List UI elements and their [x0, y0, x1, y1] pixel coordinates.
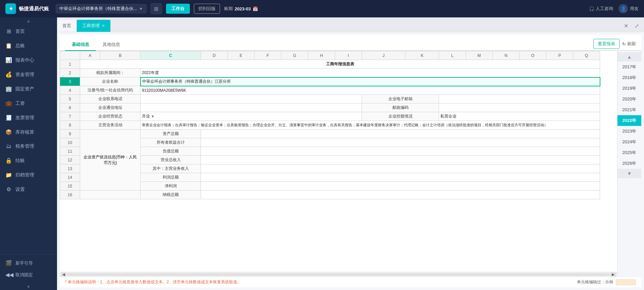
year-item-2020[interactable]: 2020年: [618, 94, 641, 104]
zipcode-value[interactable]: [439, 103, 600, 112]
reset-report-button[interactable]: 重置报表: [593, 39, 620, 49]
equity-value[interactable]: [201, 138, 600, 147]
table-row: 5 企业联系电话 企业电子邮箱: [60, 95, 600, 103]
ownership-value[interactable]: 私营企业: [439, 112, 600, 121]
scroll-track[interactable]: [67, 273, 610, 276]
sidebar-item-close[interactable]: 🔒 结账: [0, 153, 57, 168]
col-H[interactable]: H: [308, 51, 335, 60]
col-G[interactable]: G: [281, 51, 308, 60]
sidebar-item-finance[interactable]: 💰 资金管理: [0, 67, 57, 82]
sidebar-new-guide[interactable]: 🎬 新手引导: [0, 257, 57, 269]
year-item-2021[interactable]: 2021年: [618, 104, 641, 115]
year-item-2017[interactable]: 2017年: [618, 62, 641, 72]
report-icon: 📊: [5, 57, 12, 63]
net-profit-value[interactable]: [201, 182, 600, 191]
col-P[interactable]: P: [546, 51, 573, 60]
support-button[interactable]: 🎧 人工咨询: [589, 6, 613, 12]
sidebar-item-asset[interactable]: 🏢 固定资产: [0, 82, 57, 96]
user-area[interactable]: 👤 用友: [619, 4, 639, 13]
table-row: 14 利润总额: [60, 173, 600, 182]
tax-total-value[interactable]: [201, 191, 600, 199]
sidebar-item-ledger[interactable]: 📋 总账: [0, 39, 57, 53]
year-item-2026[interactable]: 2026年: [618, 158, 641, 169]
sidebar-item-inventory[interactable]: 📦 库存核算: [0, 125, 57, 139]
col-E[interactable]: E: [228, 51, 255, 60]
table-title-cell[interactable]: 工商年报信息表: [80, 60, 600, 69]
total-assets-value[interactable]: [201, 130, 600, 138]
regnum-value[interactable]: 91320100MA208E5W6K: [141, 86, 600, 95]
year-item-2024[interactable]: 2024年: [618, 137, 641, 147]
liabilities-value[interactable]: [201, 147, 600, 156]
col-C[interactable]: C: [141, 51, 201, 60]
col-J[interactable]: J: [362, 51, 406, 60]
sidebar-scroll-up[interactable]: ▲: [0, 17, 57, 24]
sub-tab-basic[interactable]: 基础信息: [65, 39, 96, 51]
scroll-right-btn[interactable]: ▶: [610, 273, 616, 277]
row-num-13: 13: [60, 164, 80, 173]
table-row: 2 税款所属期间： 2022年度: [60, 69, 600, 77]
col-O[interactable]: O: [520, 51, 546, 60]
col-L[interactable]: L: [439, 51, 466, 60]
workbench-button[interactable]: 工作台: [166, 4, 190, 14]
tab-home[interactable]: 首页: [57, 20, 77, 32]
col-N[interactable]: N: [493, 51, 520, 60]
table-row: 16 纳税总额: [60, 191, 600, 199]
tab-business[interactable]: 工商管理 ✕: [77, 20, 111, 32]
sidebar-item-tax[interactable]: 🗂 税务管理: [0, 139, 57, 153]
phone-value[interactable]: [141, 95, 362, 103]
row-num-16: 16: [60, 191, 80, 199]
tab-close-icon[interactable]: ✕: [102, 23, 105, 28]
col-D[interactable]: D: [201, 51, 228, 60]
biz-status-value[interactable]: 开业 ▼: [141, 112, 362, 121]
main-layout: ▲ ⊞ 首页 📋 总账 📊 报表中心 💰 资金管理 🏢 固定资产: [0, 17, 644, 290]
sidebar-item-archive[interactable]: 📁 归档管理: [0, 168, 57, 182]
company-selector[interactable]: 中审众环会计师事务所（特殊普通合伙... ▼: [56, 4, 147, 13]
spreadsheet-container[interactable]: A B C D E F G H I J: [60, 51, 617, 272]
sidebar-item-invoice[interactable]: 🧾 发票管理: [0, 111, 57, 125]
sidebar-item-salary[interactable]: 💼 工资: [0, 96, 57, 111]
col-K[interactable]: K: [406, 51, 439, 60]
scroll-left-btn[interactable]: ◀: [61, 273, 66, 277]
col-A[interactable]: A: [80, 51, 100, 60]
col-B[interactable]: B: [100, 51, 141, 60]
sidebar-scroll-down[interactable]: ▼: [0, 283, 57, 290]
dropdown-icon: ▼: [151, 115, 154, 118]
ledger-icon: 📋: [5, 43, 12, 49]
company-name: 中审众环会计师事务所（特殊普通合伙...: [59, 6, 137, 12]
address-value[interactable]: [141, 103, 362, 112]
col-M[interactable]: M: [466, 51, 493, 60]
year-scroll-down[interactable]: ▼: [618, 169, 641, 178]
year-item-2022[interactable]: 2022年: [618, 115, 641, 126]
year-item-2023[interactable]: 2023年: [618, 126, 641, 137]
sidebar-item-settings[interactable]: ⚙ 设置: [0, 182, 57, 197]
company-icon-btn[interactable]: ⊞: [151, 3, 162, 14]
switch-version-button[interactable]: 切到旧版: [194, 4, 220, 14]
col-Q[interactable]: Q: [573, 51, 600, 60]
main-biz-value[interactable]: 审查企业会计报表；出具审计报告；验证企业资本；出具验资报告；办理企业合开、分立、…: [141, 121, 600, 130]
horizontal-scroll-area[interactable]: ◀ ▶: [60, 272, 617, 277]
year-scroll-up[interactable]: ▲: [618, 52, 641, 62]
tab-bar: 首页 工商管理 ✕ ✕ ⤢: [57, 17, 644, 32]
tab-expand-icon[interactable]: ⤢: [632, 21, 641, 30]
calendar-icon[interactable]: 📅: [253, 6, 258, 11]
period-value-cell[interactable]: 2022年度: [141, 69, 600, 77]
year-item-2019[interactable]: 2019年: [618, 83, 641, 94]
company-name-value[interactable]: 中审众环会计师事务所（特殊普通合伙）江苏分所: [141, 77, 600, 86]
refresh-button[interactable]: ↻ 刷新: [622, 41, 636, 47]
sub-tab-other[interactable]: 其他信息: [96, 39, 127, 51]
sidebar-item-home[interactable]: ⊞ 首页: [0, 24, 57, 39]
col-I[interactable]: I: [335, 51, 362, 60]
main-revenue-value[interactable]: [201, 164, 600, 173]
main-biz-label: 主营业务活动: [80, 121, 141, 130]
revenue-value[interactable]: [201, 156, 600, 164]
sidebar-label-guide: 新手引导: [15, 260, 33, 266]
sidebar-cancel-pin[interactable]: ◀◀ 取消固定: [0, 269, 57, 281]
year-item-2025[interactable]: 2025年: [618, 147, 641, 158]
sidebar-item-report[interactable]: 📊 报表中心: [0, 53, 57, 67]
col-F[interactable]: F: [255, 51, 281, 60]
email-value[interactable]: [439, 95, 600, 103]
tab-close-window-icon[interactable]: ✕: [621, 21, 631, 30]
year-item-2018[interactable]: 2018年: [618, 72, 641, 83]
user-avatar: 👤: [619, 4, 628, 13]
total-profit-value[interactable]: [201, 173, 600, 182]
